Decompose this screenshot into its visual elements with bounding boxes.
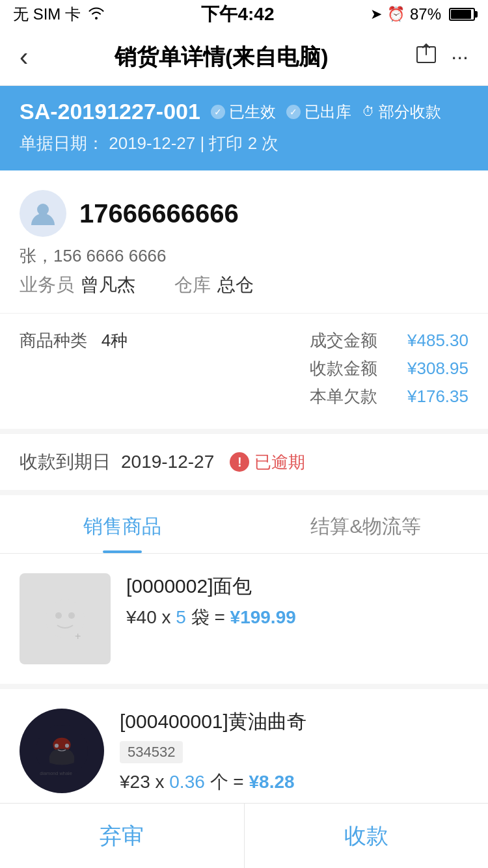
wifi-icon: [87, 5, 105, 23]
equals-bread: =: [214, 607, 230, 627]
share-button[interactable]: [414, 43, 438, 72]
warehouse-value: 总仓: [217, 273, 254, 297]
alarm-icon: ⏰: [387, 6, 405, 23]
nav-actions: ···: [414, 43, 468, 72]
reject-button[interactable]: 弃审: [0, 804, 245, 868]
back-button[interactable]: ‹: [20, 42, 28, 72]
print-info: | 打印 2 次: [200, 133, 278, 153]
overdue-icon: !: [230, 452, 249, 472]
product-name-bread-text: 面包: [213, 575, 252, 597]
svg-point-8: [55, 744, 59, 748]
customer-row: 17666666666: [20, 190, 468, 237]
check-icon-shipped: ✓: [286, 105, 301, 119]
more-button[interactable]: ···: [451, 45, 468, 69]
product-code-cookie: [000400001]: [120, 711, 228, 732]
qty-bread: 5: [176, 607, 186, 627]
svg-text:diamond whale: diamond whale: [40, 770, 72, 776]
page-title: 销货单详情(来自电脑): [28, 42, 414, 72]
due-date-value: 2019-12-27: [121, 452, 214, 472]
product-name-bread: [0000002]面包: [126, 573, 468, 600]
order-id-row: SA-20191227-001 ✓ 已生效 ✓ 已出库 ⏱ 部分收款: [20, 99, 468, 124]
unit-bread: 袋: [191, 607, 210, 627]
product-code-bread: [0000002]: [126, 575, 213, 597]
trade-amount-value: ¥485.30: [390, 331, 468, 351]
svg-text:+: +: [75, 631, 81, 642]
product-info-cookie: [000400001]黄油曲奇 534532 ¥23 x 0.36 个 = ¥8…: [120, 709, 468, 794]
price-bread: ¥40: [126, 607, 157, 627]
tab-settlement[interactable]: 结算&物流等: [244, 495, 488, 553]
due-amount-value: ¥176.35: [390, 387, 468, 407]
salesperson-item: 业务员 曾凡杰: [20, 273, 135, 297]
product-type-label: 商品种类: [20, 331, 87, 350]
amounts-right: 成交金额 ¥485.30 收款金额 ¥308.95 本单欠款 ¥176.35: [310, 329, 468, 413]
warehouse-label: 仓库: [174, 273, 211, 297]
overdue-badge: ! 已逾期: [230, 451, 305, 474]
status-partial: ⏱ 部分收款: [362, 102, 441, 122]
customer-section: 17666666666 张，156 6666 6666 业务员 曾凡杰 仓库 总…: [0, 170, 488, 314]
unit-cookie: 个: [210, 772, 228, 792]
order-date: 单据日期： 2019-12-27 | 打印 2 次: [20, 132, 468, 155]
salesperson-value: 曾凡杰: [81, 273, 135, 297]
product-sku-cookie: 534532: [120, 741, 183, 763]
svg-point-9: [65, 744, 69, 748]
product-type-value: 4种: [102, 331, 128, 350]
multiply-bread: x: [162, 607, 176, 627]
status-bar-left: 无 SIM 卡: [13, 4, 105, 25]
qty-cookie: 0.36: [169, 772, 205, 792]
status-bar: 无 SIM 卡 下午4:42 ➤ ⏰ 87%: [0, 0, 488, 29]
warehouse-item: 仓库 总仓: [174, 273, 254, 297]
status-bar-time: 下午4:42: [201, 2, 274, 27]
received-amount-value: ¥308.95: [390, 359, 468, 379]
bottom-bar: 弃审 收款: [0, 803, 488, 868]
tabs-section: 销售商品 结算&物流等: [0, 495, 488, 554]
multiply-cookie: x: [156, 772, 170, 792]
cookie-image-svg: diamond whale: [36, 725, 88, 777]
date-value: 2019-12-27: [109, 133, 195, 153]
tab-settlement-label: 结算&物流等: [310, 515, 421, 537]
due-date-section: 收款到期日 2019-12-27 ! 已逾期: [0, 434, 488, 495]
due-date-label: 收款到期日: [20, 450, 111, 474]
received-amount-label: 收款金额: [310, 357, 377, 380]
product-info-bread: [0000002]面包 ¥40 x 5 袋 = ¥199.99: [126, 573, 468, 630]
reject-label: 弃审: [100, 821, 144, 851]
product-list: + [0000002]面包 ¥40 x 5 袋 = ¥199.99: [0, 554, 488, 814]
product-item: + [0000002]面包 ¥40 x 5 袋 = ¥199.99: [0, 554, 488, 684]
price-cookie: ¥23: [120, 772, 150, 792]
due-amount-label: 本单欠款: [310, 385, 377, 408]
tab-products[interactable]: 销售商品: [0, 495, 244, 553]
status-partial-label: 部分收款: [379, 102, 441, 122]
tab-products-label: 销售商品: [83, 515, 161, 537]
product-type-row: 商品种类 4种: [20, 329, 128, 352]
status-active: ✓ 已生效: [211, 102, 276, 122]
battery-icon: [449, 8, 475, 21]
amounts-left: 商品种类 4种: [20, 329, 128, 355]
product-image-bread: +: [20, 573, 111, 664]
customer-meta: 业务员 曾凡杰 仓库 总仓: [20, 273, 468, 297]
status-shipped: ✓ 已出库: [286, 102, 351, 122]
clock-icon: ⏱: [362, 104, 375, 119]
status-active-label: 已生效: [229, 102, 276, 122]
svg-point-3: [55, 612, 62, 619]
collect-button[interactable]: 收款: [245, 804, 489, 868]
customer-avatar: [20, 190, 66, 237]
total-bread: ¥199.99: [230, 607, 296, 627]
equals-cookie: =: [233, 772, 249, 792]
due-amount-row: 本单欠款 ¥176.35: [310, 385, 468, 408]
status-bar-right: ➤ ⏰ 87%: [370, 5, 475, 23]
order-id: SA-20191227-001: [20, 99, 200, 124]
salesperson-label: 业务员: [20, 273, 74, 297]
product-price-bread: ¥40 x 5 袋 = ¥199.99: [126, 605, 468, 630]
trade-amount-row: 成交金额 ¥485.30: [310, 329, 468, 352]
amounts-section: 商品种类 4种 成交金额 ¥485.30 收款金额 ¥308.95 本单欠款 ¥…: [0, 314, 488, 434]
carrier-text: 无 SIM 卡: [13, 4, 81, 25]
received-amount-row: 收款金额 ¥308.95: [310, 357, 468, 380]
order-header: SA-20191227-001 ✓ 已生效 ✓ 已出库 ⏱ 部分收款 单据日期：…: [0, 86, 488, 170]
status-shipped-label: 已出库: [305, 102, 351, 122]
product-price-cookie: ¥23 x 0.36 个 = ¥8.28: [120, 770, 468, 794]
product-sku-wrapper: 534532: [120, 740, 468, 770]
product-name-cookie: [000400001]黄油曲奇: [120, 709, 468, 735]
total-cookie: ¥8.28: [249, 772, 294, 792]
collect-label: 收款: [344, 821, 388, 851]
date-label: 单据日期：: [20, 133, 104, 153]
customer-id: 17666666666: [79, 199, 239, 228]
